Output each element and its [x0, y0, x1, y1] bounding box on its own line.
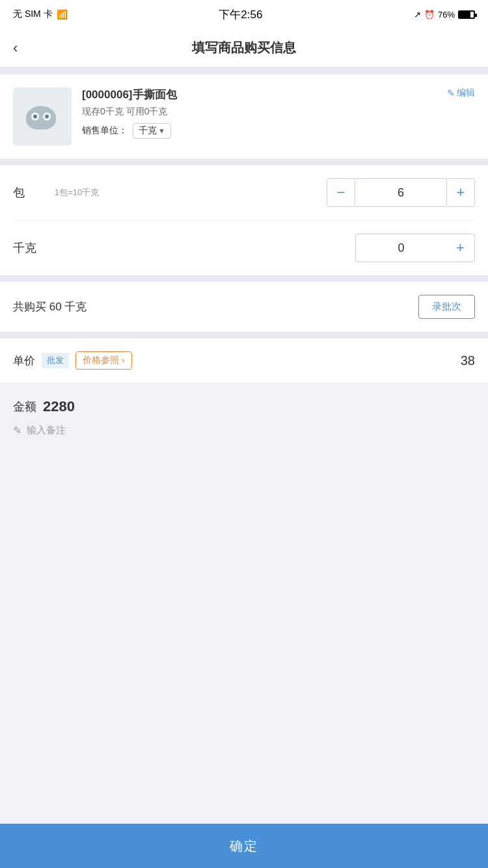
record-batch-button[interactable]: 录批次: [418, 295, 475, 319]
product-info: [0000006]手撕面包 现存0千克 可用0千克 销售单位： 千克 ▼: [82, 87, 475, 139]
status-right: ↗ ⏰ 76%: [414, 10, 475, 20]
divider-2: [0, 159, 488, 165]
product-logo: [26, 103, 59, 129]
status-time: 下午2:56: [219, 7, 262, 22]
back-button[interactable]: ‹: [13, 40, 18, 57]
product-card: [0000006]手撕面包 现存0千克 可用0千克 销售单位： 千克 ▼ ✎ 编…: [0, 74, 488, 159]
price-section: 单价 批发 价格参照 › 38: [0, 338, 488, 383]
edit-label: 编辑: [457, 87, 475, 99]
product-image: [13, 87, 72, 146]
wifi-icon: 📶: [57, 9, 68, 20]
divider-3: [0, 275, 488, 282]
amount-value: 2280: [43, 398, 75, 415]
carrier-text: 无 SIM 卡: [13, 8, 53, 20]
total-row: 共购买 60 千克 录批次: [0, 282, 488, 332]
unit-label: 销售单位：: [82, 125, 128, 137]
quantity-input-bao[interactable]: [355, 178, 446, 207]
empty-area: [0, 444, 488, 666]
product-name: [0000006]手撕面包: [82, 87, 475, 102]
quantity-input-kg[interactable]: [355, 234, 446, 262]
edit-button[interactable]: ✎ 编辑: [447, 87, 475, 99]
price-type-badge: 批发: [42, 353, 69, 368]
price-reference-button[interactable]: 价格参照 ›: [75, 351, 132, 370]
price-value: 38: [461, 353, 475, 368]
amount-label: 金额: [13, 399, 36, 414]
chevron-down-icon: ▼: [158, 127, 165, 135]
quantity-hint-bao: 1包=10千克: [55, 187, 327, 198]
battery-icon: [458, 10, 475, 19]
unit-value: 千克: [139, 125, 157, 137]
quantity-row-bao: 包 1包=10千克 − +: [13, 165, 475, 221]
remark-row[interactable]: ✎ 输入备注: [13, 424, 475, 437]
amount-section: 金额 2280 ✎ 输入备注: [0, 383, 488, 444]
price-label: 单价: [13, 353, 35, 368]
quantity-row-kg: 千克 +: [13, 221, 475, 275]
quantity-controls-kg: +: [355, 234, 475, 262]
divider-top: [0, 68, 488, 74]
quantity-controls-bao: − +: [327, 178, 475, 207]
quantity-label-kg: 千克: [13, 240, 52, 256]
product-stock: 现存0千克 可用0千克: [82, 106, 475, 118]
plus-button-bao[interactable]: +: [446, 178, 475, 207]
pencil-icon: ✎: [13, 424, 21, 437]
minus-button-bao[interactable]: −: [327, 178, 355, 207]
status-bar: 无 SIM 卡 📶 下午2:56 ↗ ⏰ 76%: [0, 0, 488, 29]
plus-button-kg[interactable]: +: [446, 234, 475, 262]
location-icon: ↗: [414, 10, 421, 20]
confirm-button[interactable]: 确定: [0, 824, 488, 868]
product-unit-row: 销售单位： 千克 ▼: [82, 123, 475, 139]
page-title: 填写商品购买信息: [192, 39, 296, 57]
nav-bar: ‹ 填写商品购买信息: [0, 29, 488, 68]
amount-row: 金额 2280: [13, 398, 475, 415]
quantity-section: 包 1包=10千克 − + 千克 +: [0, 165, 488, 275]
status-carrier: 无 SIM 卡 📶: [13, 8, 68, 20]
edit-icon: ✎: [447, 88, 455, 98]
remark-placeholder: 输入备注: [27, 424, 66, 437]
quantity-label-bao: 包: [13, 185, 52, 200]
total-label: 共购买 60 千克: [13, 299, 87, 314]
divider-4: [0, 332, 488, 338]
alarm-icon: ⏰: [424, 10, 435, 20]
battery-percent: 76%: [438, 10, 455, 20]
unit-select[interactable]: 千克 ▼: [133, 123, 171, 139]
